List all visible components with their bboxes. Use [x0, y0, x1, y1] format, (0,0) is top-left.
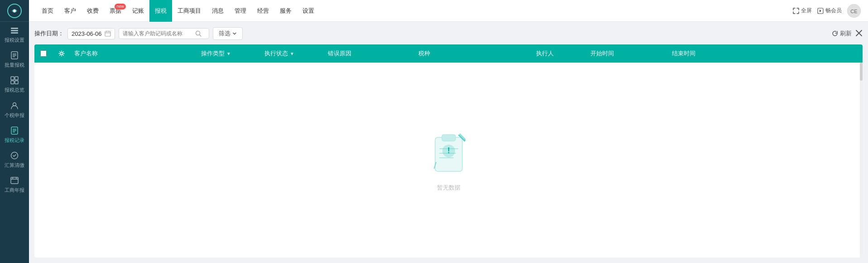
empty-illustration: !: [426, 128, 471, 178]
svg-text:CE: CE: [850, 9, 857, 14]
sidebar-item-geshuishenbao[interactable]: 个税申报: [0, 97, 29, 122]
search-input[interactable]: [123, 30, 195, 37]
filter-button[interactable]: 筛选: [213, 27, 243, 40]
th-executor: 执行人: [532, 49, 587, 58]
empty-text: 暂无数据: [437, 184, 460, 192]
fullscreen-button[interactable]: 全屏: [793, 7, 812, 15]
toolbar: 操作日期： 2023-06-06 筛选: [34, 27, 863, 40]
avatar[interactable]: CE: [847, 4, 861, 18]
fullscreen-icon: [793, 8, 799, 14]
sidebar-item-baoshuizonglan[interactable]: 报税总览: [0, 72, 29, 97]
sidebar-item-label-pilianbaoshui: 批量报税: [5, 62, 24, 68]
sidebar-item-pilianbaoshui[interactable]: 批量报税: [0, 47, 29, 72]
th-tax-type: 税种: [415, 49, 532, 58]
select-all-checkbox[interactable]: [40, 50, 47, 57]
th-settings: [53, 50, 71, 57]
sidebar: 报税设置 批量报税 报税总览: [0, 0, 29, 263]
sidebar-item-label-huisuanqingshu: 汇算清缴: [5, 162, 24, 168]
nav-item-fuwu[interactable]: 服务: [274, 0, 297, 22]
svg-point-34: [61, 53, 63, 55]
close-icon: [855, 29, 863, 37]
nav-item-shouye[interactable]: 首页: [36, 0, 59, 22]
filter-chevron-icon: [232, 31, 237, 36]
svg-rect-3: [11, 30, 18, 31]
content-area: 操作日期： 2023-06-06 筛选: [29, 22, 868, 263]
nav-items: 首页 客户 收费 票据 new 记账 报税 工商项目 消息: [36, 0, 793, 22]
sidebar-item-gongshangnianbaoa[interactable]: 工商年报: [0, 172, 29, 197]
member-button[interactable]: 畅会员: [817, 7, 842, 15]
filter-label: 筛选: [219, 29, 230, 38]
date-value: 2023-06-06: [72, 30, 102, 37]
nav-item-jingying[interactable]: 经营: [252, 0, 274, 22]
refresh-icon: [832, 30, 838, 37]
th-client-name: 客户名称: [71, 49, 197, 58]
svg-rect-12: [15, 81, 18, 84]
nav-item-baoshui[interactable]: 报税: [149, 0, 172, 22]
settings-icon: [10, 25, 19, 35]
nav-item-guanli[interactable]: 管理: [229, 0, 252, 22]
svg-rect-10: [15, 77, 18, 80]
th-start-time: 开始时间: [587, 49, 668, 58]
svg-line-31: [199, 35, 201, 37]
svg-point-1: [13, 10, 16, 12]
app-logo: [7, 4, 22, 18]
piaoju-badge: new: [115, 4, 126, 10]
nav-item-shezhi[interactable]: 设置: [297, 0, 320, 22]
personal-tax-icon: [10, 101, 19, 111]
svg-rect-11: [11, 81, 14, 84]
sidebar-item-baoshuishezhi[interactable]: 报税设置: [0, 22, 29, 47]
nav-item-jizhang[interactable]: 记账: [127, 0, 149, 22]
svg-rect-9: [11, 77, 14, 80]
svg-text:!: !: [447, 146, 450, 155]
empty-state: ! 暂无数据: [426, 128, 471, 192]
nav-item-shoufei[interactable]: 收费: [82, 0, 104, 22]
date-picker[interactable]: 2023-06-06: [67, 28, 115, 39]
sidebar-item-huisuanqingshu[interactable]: 汇算清缴: [0, 147, 29, 172]
topnav-right: 全屏 畅会员 CE: [793, 4, 861, 18]
table-body: ! 暂无数据: [34, 63, 863, 258]
th-end-time: 结束时间: [668, 49, 736, 58]
svg-rect-2: [11, 28, 18, 29]
nav-item-xiaoxi[interactable]: 消息: [206, 0, 229, 22]
th-checkbox[interactable]: [34, 50, 53, 57]
calendar-icon: [105, 30, 111, 37]
sidebar-item-label-baoshuizonglan: 报税总览: [5, 87, 24, 93]
sidebar-item-label-baoshuishezhi: 报税设置: [5, 37, 24, 43]
svg-rect-4: [11, 32, 18, 34]
svg-rect-19: [11, 177, 18, 184]
column-settings-icon[interactable]: [58, 50, 65, 57]
topnav: 首页 客户 收费 票据 new 记账 报税 工商项目 消息: [29, 0, 868, 22]
table-header: 客户名称 操作类型 ▼ 执行状态 ▼ 错误原因 税种 执行人: [34, 44, 863, 63]
close-button[interactable]: [855, 29, 863, 38]
th-operation-type[interactable]: 操作类型 ▼: [197, 49, 261, 58]
main-area: 首页 客户 收费 票据 new 记账 报税 工商项目 消息: [29, 0, 868, 263]
sidebar-item-label-gongshangnianbaoa: 工商年报: [5, 187, 24, 193]
avatar-icon: CE: [847, 4, 861, 18]
exec-status-sort-icon: ▼: [290, 51, 294, 56]
annual-report-icon: [10, 175, 19, 185]
search-icon[interactable]: [195, 30, 201, 37]
search-wrap: [119, 28, 209, 39]
refresh-button[interactable]: 刷新: [832, 29, 852, 38]
tax-record-icon: [10, 126, 19, 136]
operation-type-sort-icon: ▼: [226, 51, 231, 56]
batch-tax-icon: [10, 50, 19, 60]
nav-item-gongshangxiangmu[interactable]: 工商项目: [172, 0, 206, 22]
sidebar-item-label-baoshuijilu: 报税记录: [5, 137, 24, 143]
nav-item-piaoju[interactable]: 票据 new: [104, 0, 127, 22]
table-container: 客户名称 操作类型 ▼ 执行状态 ▼ 错误原因 税种 执行人: [34, 44, 863, 258]
sidebar-item-label-geshuishenbao: 个税申报: [5, 112, 24, 118]
refresh-label: 刷新: [840, 29, 852, 38]
sidebar-logo: [0, 0, 29, 22]
scrollbar[interactable]: [860, 63, 863, 258]
sidebar-item-baoshuijilu[interactable]: 报税记录: [0, 122, 29, 147]
svg-rect-36: [442, 135, 456, 141]
svg-rect-26: [105, 31, 110, 36]
settlement-icon: [10, 151, 19, 161]
scroll-thumb: [860, 63, 863, 81]
nav-item-kehu[interactable]: 客户: [59, 0, 82, 22]
th-exec-status[interactable]: 执行状态 ▼: [261, 49, 324, 58]
tax-overview-icon: [10, 75, 19, 85]
date-label: 操作日期：: [34, 29, 64, 38]
th-error-reason: 错误原因: [324, 49, 415, 58]
